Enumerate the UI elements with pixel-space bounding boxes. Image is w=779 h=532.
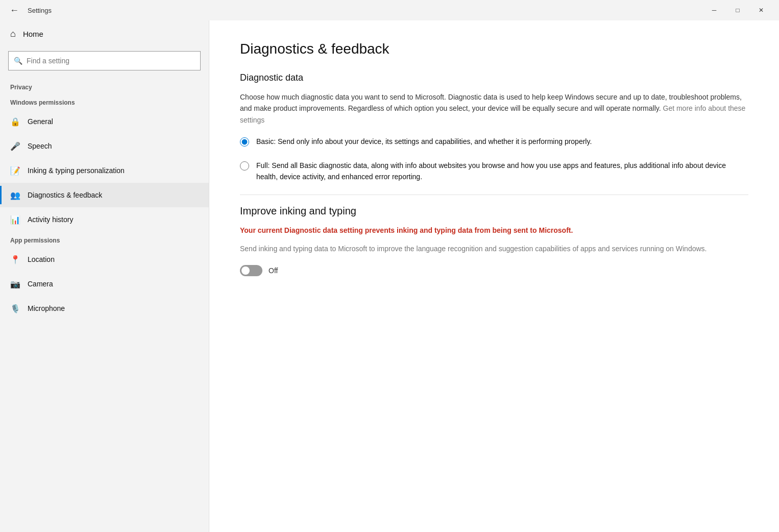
location-icon: 📍 <box>10 255 20 264</box>
radio-full-label: Full: Send all Basic diagnostic data, al… <box>256 160 748 183</box>
radio-full[interactable] <box>240 161 249 171</box>
speech-label: Speech <box>28 142 52 150</box>
sidebar-item-camera[interactable]: 📷 Camera <box>0 272 209 296</box>
titlebar: Settings ─ □ ✕ <box>0 0 779 20</box>
minimize-button[interactable]: ─ <box>702 2 726 18</box>
home-icon <box>10 29 16 39</box>
radio-item-basic: Basic: Send only info about your device,… <box>240 136 748 147</box>
diagnostic-data-description: Choose how much diagnostic data you want… <box>240 91 748 126</box>
maximize-icon: □ <box>736 7 739 14</box>
toggle-thumb <box>241 267 250 275</box>
sidebar-item-general[interactable]: 🔒 General <box>0 109 209 134</box>
sidebar-item-activity[interactable]: 📊 Activity history <box>0 207 209 232</box>
inking-label: Inking & typing personalization <box>28 166 125 175</box>
close-button[interactable]: ✕ <box>749 2 773 18</box>
general-label: General <box>28 117 53 126</box>
app-title: Settings <box>28 7 702 14</box>
radio-item-full: Full: Send all Basic diagnostic data, al… <box>240 160 748 183</box>
camera-icon: 📷 <box>10 279 20 289</box>
back-icon <box>10 5 19 16</box>
inking-warning: Your current Diagnostic data setting pre… <box>240 225 748 236</box>
content-area: Diagnostics & feedback Diagnostic data C… <box>209 20 779 532</box>
sidebar-item-microphone[interactable]: 🎙️ Microphone <box>0 296 209 321</box>
home-label: Home <box>23 30 43 38</box>
search-icon <box>14 56 22 65</box>
camera-label: Camera <box>28 280 53 288</box>
page-title: Diagnostics & feedback <box>240 41 748 57</box>
sidebar-item-inking[interactable]: 📝 Inking & typing personalization <box>0 158 209 183</box>
sidebar-item-home[interactable]: Home <box>0 20 209 47</box>
microphone-icon: 🎙️ <box>10 304 20 313</box>
toggle-label: Off <box>269 267 278 275</box>
activity-icon: 📊 <box>10 215 20 225</box>
inking-icon: 📝 <box>10 166 20 176</box>
sidebar-item-location[interactable]: 📍 Location <box>0 247 209 272</box>
inking-toggle-row: Off <box>240 265 748 276</box>
activity-label: Activity history <box>28 215 73 224</box>
radio-basic-label: Basic: Send only info about your device,… <box>256 136 592 147</box>
inking-description: Send inking and typing data to Microsoft… <box>240 243 748 254</box>
diagnostics-icon: 👥 <box>10 190 20 200</box>
sidebar-item-diagnostics[interactable]: 👥 Diagnostics & feedback <box>0 183 209 207</box>
sidebar: Home Privacy Windows permissions 🔒 Gener… <box>0 20 209 532</box>
app-permissions-label: App permissions <box>0 232 209 247</box>
search-box[interactable] <box>8 51 201 70</box>
improve-inking-title: Improve inking and typing <box>240 205 748 217</box>
diagnostic-data-title: Diagnostic data <box>240 72 748 83</box>
sidebar-item-speech[interactable]: 🎤 Speech <box>0 134 209 158</box>
diagnostic-radio-group: Basic: Send only info about your device,… <box>240 136 748 182</box>
minimize-icon: ─ <box>712 7 717 14</box>
windows-permissions-label: Windows permissions <box>0 94 209 109</box>
close-icon: ✕ <box>759 7 764 14</box>
maximize-button[interactable]: □ <box>726 2 749 18</box>
app-body: Home Privacy Windows permissions 🔒 Gener… <box>0 20 779 532</box>
window-controls: ─ □ ✕ <box>702 2 773 18</box>
location-label: Location <box>28 255 55 263</box>
inking-toggle[interactable] <box>240 265 262 276</box>
radio-basic[interactable] <box>240 137 249 147</box>
back-button[interactable] <box>6 2 22 18</box>
microphone-label: Microphone <box>28 304 65 312</box>
diagnostics-label: Diagnostics & feedback <box>28 191 102 199</box>
toggle-track[interactable] <box>240 265 262 276</box>
lock-icon: 🔒 <box>10 117 20 127</box>
privacy-section-label: Privacy <box>0 79 209 94</box>
speech-icon: 🎤 <box>10 141 20 151</box>
section-divider <box>240 195 748 195</box>
search-input[interactable] <box>27 57 195 65</box>
